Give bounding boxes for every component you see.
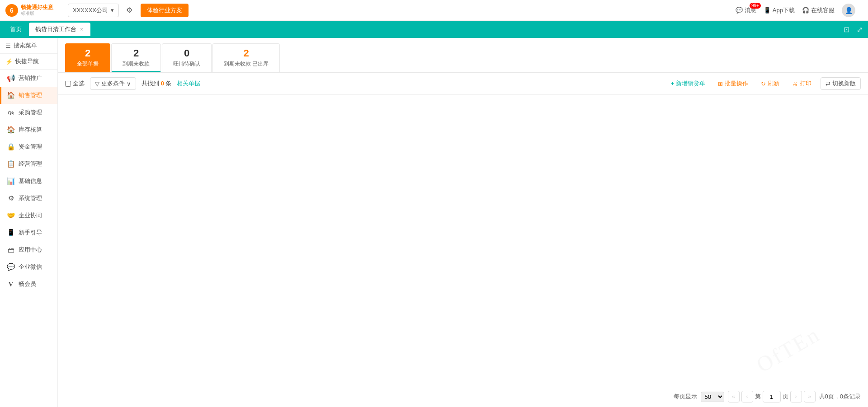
card-tab-all[interactable]: 2 全部单据 [65, 43, 110, 72]
sidebar-item-basic[interactable]: 📊 基础信息 [0, 173, 57, 190]
tab-home[interactable]: 首页 [4, 23, 28, 36]
finance-icon: 🔒 [7, 143, 15, 151]
top-header: 6 畅捷通好生意 标准版 XXXXXX公司 ▾ ⚙ 体验行业方案 💬 消息 99… [0, 0, 868, 21]
card-tab-wangpu[interactable]: 0 旺铺待确认 [162, 43, 212, 72]
sidebar-item-purchase[interactable]: 🛍 采购管理 [0, 104, 57, 121]
card-tab-overdue[interactable]: 2 到期未收款 [111, 43, 161, 72]
per-page-select[interactable]: 10 20 50 100 [701, 392, 724, 402]
sidebar-item-apps[interactable]: 🗃 应用中心 [0, 241, 57, 258]
page-input[interactable] [763, 391, 781, 402]
last-page-button[interactable]: » [804, 391, 816, 402]
logo-icon: 6 [5, 4, 18, 17]
card-tabs: 2 全部单据 2 到期未收款 0 旺铺待确认 2 到期未收款 已出库 [58, 38, 868, 73]
switch-new-version-button[interactable]: ⇄ 切换新版 [821, 77, 861, 90]
tab-bar: 首页 钱货日清工作台 × ⊡ ⤢ [0, 21, 868, 38]
pagination: 每页显示 10 20 50 100 « ‹ 第 页 › » 共0页，0条记录 [58, 386, 868, 407]
sales-icon: 🏠 [7, 91, 15, 99]
batch-icon: ⊞ [718, 80, 723, 87]
apps-icon: 🗃 [7, 246, 15, 254]
related-bills-link[interactable]: 相关单据 [177, 80, 200, 88]
sidebar-item-operation[interactable]: 📋 经营管理 [0, 155, 57, 173]
dropdown-icon: ∨ [127, 80, 131, 87]
content-area: 2 全部单据 2 到期未收款 0 旺铺待确认 2 到期未收款 已出库 全选 [58, 38, 868, 407]
toolbar-right: + 新增销货单 ⊞ 批量操作 ↻ 刷新 🖨 打印 ⇄ 切换新版 [667, 77, 861, 90]
basic-icon: 📊 [7, 177, 15, 185]
inventory-icon: 🏠 [7, 126, 15, 134]
print-button[interactable]: 🖨 打印 [788, 78, 815, 89]
print-icon: 🖨 [792, 80, 798, 87]
online-service-button[interactable]: 🎧 在线客服 [802, 6, 835, 14]
sidebar-item-system[interactable]: ⚙ 系统管理 [0, 190, 57, 207]
message-badge: 99+ [750, 3, 761, 9]
switch-icon: ⇄ [826, 80, 830, 87]
filter-icon: ▽ [95, 80, 99, 87]
first-page-button[interactable]: « [728, 391, 740, 402]
avatar[interactable]: 👤 [842, 4, 855, 17]
new-sales-order-button[interactable]: + 新增销货单 [667, 78, 709, 89]
sidebar-quick-nav[interactable]: ⚡ 快捷导航 [0, 54, 57, 70]
user-icon: 👤 [845, 7, 853, 14]
sidebar-item-wechat[interactable]: 💬 企业微信 [0, 258, 57, 276]
wechat-icon: 💬 [7, 263, 15, 271]
tab-close-workbench[interactable]: × [79, 26, 84, 33]
logo-title: 畅捷通好生意 [21, 4, 53, 10]
found-count: 0 [161, 80, 164, 87]
message-icon: 💬 [736, 7, 743, 14]
purchase-icon: 🛍 [7, 108, 15, 117]
search-icon: ☰ [5, 42, 11, 49]
logo-area: 6 畅捷通好生意 标准版 [5, 4, 63, 17]
tab-restore-button[interactable]: ⊡ [842, 25, 851, 34]
sidebar-item-guide[interactable]: 📱 新手引导 [0, 224, 57, 241]
page-nav: « ‹ 第 页 › » [728, 391, 816, 402]
prev-page-button[interactable]: ‹ [741, 391, 753, 402]
refresh-icon: ↻ [761, 80, 766, 87]
card-tab-shipped[interactable]: 2 到期未收款 已出库 [212, 43, 280, 72]
chevron-down-icon: ▾ [111, 7, 114, 14]
trial-button[interactable]: 体验行业方案 [141, 4, 189, 17]
logo-subtitle: 标准版 [21, 11, 53, 16]
sidebar: ☰ 搜索菜单 ⚡ 快捷导航 📢 营销推广 🏠 销售管理 🛍 采购管理 🏠 库存核… [0, 38, 58, 407]
select-all-checkbox[interactable]: 全选 [65, 80, 85, 88]
guide-icon: 📱 [7, 229, 15, 237]
table-area [58, 95, 868, 386]
download-icon: 📱 [764, 7, 771, 14]
tab-workbench[interactable]: 钱货日清工作台 × [29, 23, 90, 36]
operation-icon: 📋 [7, 160, 15, 168]
sidebar-search-menu[interactable]: ☰ 搜索菜单 [0, 38, 57, 54]
company-selector[interactable]: XXXXXX公司 ▾ [68, 4, 119, 17]
sidebar-item-sales[interactable]: 🏠 销售管理 [0, 87, 57, 104]
refresh-button[interactable]: ↻ 刷新 [757, 78, 783, 89]
sidebar-item-inventory[interactable]: 🏠 库存核算 [0, 121, 57, 138]
app-download-button[interactable]: 📱 App下载 [764, 6, 795, 14]
header-right: 💬 消息 99+ 📱 App下载 🎧 在线客服 👤 [736, 4, 863, 17]
sidebar-item-marketing[interactable]: 📢 营销推广 [0, 70, 57, 87]
tab-bar-actions: ⊡ ⤢ [842, 25, 864, 34]
sidebar-item-cooperation[interactable]: 🤝 企业协同 [0, 207, 57, 224]
cooperation-icon: 🤝 [7, 211, 15, 220]
system-icon: ⚙ [7, 194, 15, 202]
service-icon: 🎧 [802, 7, 809, 14]
toolbar: 全选 ▽ 更多条件 ∨ 共找到 0 条 相关单据 + 新增销货单 ⊞ 批量操作 [58, 73, 868, 95]
main-layout: ☰ 搜索菜单 ⚡ 快捷导航 📢 营销推广 🏠 销售管理 🛍 采购管理 🏠 库存核… [0, 38, 868, 407]
marketing-icon: 📢 [7, 74, 15, 82]
tab-expand-button[interactable]: ⤢ [855, 25, 864, 34]
found-text: 共找到 0 条 [142, 80, 171, 88]
sidebar-item-member[interactable]: V 畅会员 [0, 276, 57, 293]
settings-button[interactable]: ⚙ [123, 4, 136, 17]
next-page-button[interactable]: › [790, 391, 802, 402]
message-button[interactable]: 💬 消息 99+ [736, 6, 756, 14]
member-icon: V [7, 280, 15, 288]
sidebar-item-finance[interactable]: 🔒 资金管理 [0, 138, 57, 155]
more-filter-button[interactable]: ▽ 更多条件 ∨ [90, 77, 136, 90]
quick-nav-icon: ⚡ [5, 58, 13, 65]
total-info: 共0页，0条记录 [819, 393, 861, 401]
batch-operation-button[interactable]: ⊞ 批量操作 [714, 78, 752, 89]
